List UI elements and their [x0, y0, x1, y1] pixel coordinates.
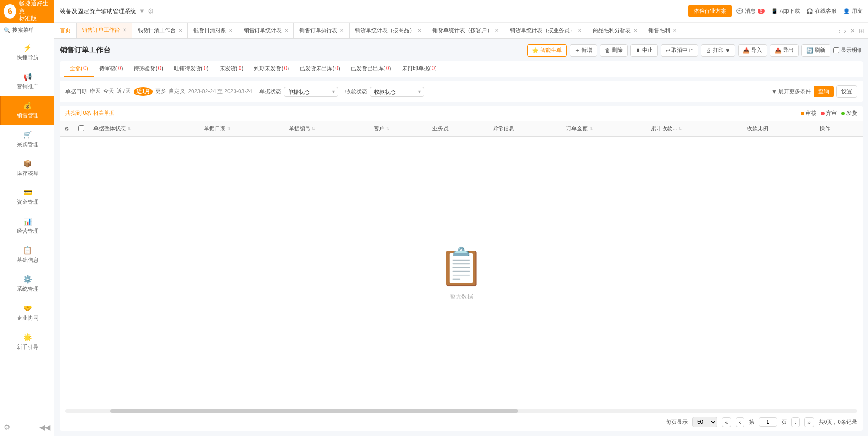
- pause-button[interactable]: ⏸ 中止: [630, 44, 658, 57]
- tab-sales-customer[interactable]: 销货单统计表（按客户）✕: [427, 23, 504, 39]
- cancel-pause-button[interactable]: ↩ 取消中止: [661, 44, 698, 57]
- online-service-item[interactable]: 🎧 在线客服: [806, 7, 837, 15]
- basic-icon: 📋: [23, 246, 32, 255]
- settings-button[interactable]: 设置: [836, 85, 857, 98]
- smart-generate-button[interactable]: ⭐ 智能生单: [527, 44, 567, 57]
- th-checkbox[interactable]: [74, 121, 89, 137]
- th-status[interactable]: 单据整体状态: [89, 121, 199, 137]
- tab-goods-margin[interactable]: 商品毛利分析表✕: [587, 23, 643, 39]
- import-button[interactable]: 📥 导入: [738, 44, 767, 57]
- date-option-更多[interactable]: 更多: [155, 87, 166, 96]
- tab-close-cash-daily[interactable]: ✕: [178, 28, 182, 33]
- date-option-自定义[interactable]: 自定义: [169, 87, 185, 96]
- status-select[interactable]: 单据状态: [284, 87, 338, 97]
- first-page-button[interactable]: «: [722, 417, 731, 427]
- sub-tab-not-printed[interactable]: 未打印单据(0): [397, 61, 442, 77]
- sub-tab-pending-inspect[interactable]: 待拣验货(0): [128, 61, 168, 77]
- date-option-昨天[interactable]: 昨天: [90, 87, 101, 96]
- sidebar-item-guide[interactable]: 🌟新手引导: [0, 327, 54, 356]
- sub-tab-expired-not-shipped[interactable]: 到期未发货(0): [249, 61, 294, 77]
- sub-tab-all[interactable]: 全部(0): [64, 61, 94, 77]
- tab-close-sales-customer[interactable]: ✕: [495, 28, 499, 33]
- tab-expand[interactable]: ⊞: [857, 27, 866, 34]
- message-icon: 💬: [736, 8, 743, 14]
- payment-select[interactable]: 收款状态: [370, 87, 424, 97]
- sub-tab-not-shipped[interactable]: 未发货(0): [214, 61, 249, 77]
- sub-tab-shipped-not-out[interactable]: 已发货未出库(0): [294, 61, 345, 77]
- tab-next-arrow[interactable]: ›: [842, 27, 848, 34]
- review-action-btn[interactable]: 审核: [801, 109, 816, 117]
- print-button[interactable]: 🖨 打印 ▼: [701, 44, 735, 57]
- trash-icon: 🗑: [605, 47, 610, 54]
- th-amount[interactable]: 订单金额: [561, 121, 646, 137]
- sidebar-item-inventory[interactable]: 📦库存核算: [0, 154, 54, 183]
- tab-close-sales-goods[interactable]: ✕: [417, 28, 421, 33]
- settings-icon[interactable]: ⚙: [4, 423, 10, 431]
- next-page-button[interactable]: ›: [791, 417, 800, 427]
- tab-sales-exec[interactable]: 销售订单执行表✕: [294, 23, 350, 39]
- query-button[interactable]: 查询: [814, 86, 834, 97]
- sub-tab-wangpu-pending[interactable]: 旺铺待发货(0): [168, 61, 214, 77]
- date-option-近7天[interactable]: 近7天: [117, 87, 131, 96]
- tab-sales-stat[interactable]: 销售订单统计表✕: [238, 23, 294, 39]
- date-option-近1月[interactable]: 近1月: [134, 87, 153, 96]
- tab-close-sales-stat[interactable]: ✕: [284, 28, 288, 33]
- sidebar-item-cooperation[interactable]: 🤝企业协同: [0, 299, 54, 327]
- gear-icon[interactable]: ⚙: [148, 7, 154, 15]
- tab-sales-profit[interactable]: 销售毛利✕: [643, 23, 682, 39]
- ship-action-btn[interactable]: 发货: [841, 109, 857, 117]
- th-date[interactable]: 单据日期: [199, 121, 284, 137]
- sidebar-item-sales[interactable]: 💰销售管理: [0, 96, 54, 125]
- add-button[interactable]: ＋ 新增: [570, 44, 597, 57]
- tab-sales-staff[interactable]: 销货单统计表（按业务员）✕: [504, 23, 587, 39]
- sidebar-search[interactable]: 🔍 搜索菜单: [0, 23, 54, 38]
- app-download-item[interactable]: 📱 App下载: [771, 7, 800, 15]
- sidebar-item-finance[interactable]: 💳资金管理: [0, 183, 54, 212]
- cancel-review-action-btn[interactable]: 弃审: [821, 109, 837, 117]
- show-detail-checkbox[interactable]: 显示明细: [833, 47, 863, 54]
- tab-close-sales-exec[interactable]: ✕: [340, 28, 344, 33]
- tab-cash-daily[interactable]: 钱货日清工作台✕: [132, 23, 188, 39]
- sidebar-item-marketing[interactable]: 📢营销推广: [0, 67, 54, 96]
- th-number[interactable]: 单据编号: [284, 121, 369, 137]
- sidebar-item-basic[interactable]: 📋基础信息: [0, 241, 54, 270]
- tab-home[interactable]: 首页: [54, 23, 77, 39]
- tab-sales-goods[interactable]: 销货单统计表（按商品）✕: [350, 23, 427, 39]
- message-item[interactable]: 💬 消息 6: [736, 7, 765, 15]
- inventory-icon: 📦: [23, 159, 32, 168]
- scrollbar-thumb[interactable]: [110, 409, 518, 413]
- sidebar-item-system[interactable]: ⚙️系统管理: [0, 270, 54, 299]
- sidebar-item-purchase[interactable]: 🛒采购管理: [0, 125, 54, 154]
- tab-close-sales-profit[interactable]: ✕: [673, 28, 676, 33]
- collapse-icon[interactable]: ◀◀: [39, 423, 50, 431]
- sub-tab-pending-review[interactable]: 待审核(0): [94, 61, 129, 77]
- delete-button[interactable]: 🗑 删除: [600, 44, 628, 57]
- tab-close-cash-reconcile[interactable]: ✕: [229, 28, 232, 33]
- tab-close-sales-staff[interactable]: ✕: [578, 28, 581, 33]
- export-button[interactable]: 📤 导出: [770, 44, 799, 57]
- tab-close-all[interactable]: ✕: [848, 27, 857, 34]
- per-page-select[interactable]: 50 10 20 100: [692, 417, 717, 427]
- page-title: 销售订单工作台: [60, 46, 110, 55]
- prev-page-button[interactable]: ‹: [736, 417, 744, 427]
- last-page-button[interactable]: »: [804, 417, 814, 427]
- th-settings[interactable]: ⚙: [60, 121, 74, 137]
- tab-sales-workbench[interactable]: 销售订单工作台✕: [77, 23, 132, 39]
- tab-cash-reconcile[interactable]: 钱货日清对账✕: [188, 23, 238, 39]
- refresh-button[interactable]: 🔄 刷新: [801, 44, 830, 57]
- tab-prev-arrow[interactable]: ‹: [837, 27, 843, 34]
- date-option-今天[interactable]: 今天: [103, 87, 114, 96]
- th-operation: 操作: [815, 121, 863, 137]
- th-customer[interactable]: 客户: [369, 121, 428, 137]
- page-input[interactable]: [759, 417, 777, 427]
- user-item[interactable]: 👤 用友: [843, 7, 863, 15]
- horizontal-scrollbar[interactable]: [65, 409, 857, 413]
- sidebar-item-quick-nav[interactable]: ⚡快捷导航: [0, 38, 54, 67]
- tab-close-sales-workbench[interactable]: ✕: [123, 28, 126, 33]
- th-collected[interactable]: 累计收款...: [646, 121, 742, 137]
- sidebar-item-operation[interactable]: 📊经营管理: [0, 212, 54, 241]
- solution-button[interactable]: 体验行业方案: [688, 5, 732, 17]
- expand-button[interactable]: ▼ 展开更多条件: [772, 88, 811, 95]
- sub-tab-shipped-out[interactable]: 已发货已出库(0): [345, 61, 397, 77]
- tab-close-goods-margin[interactable]: ✕: [633, 28, 637, 33]
